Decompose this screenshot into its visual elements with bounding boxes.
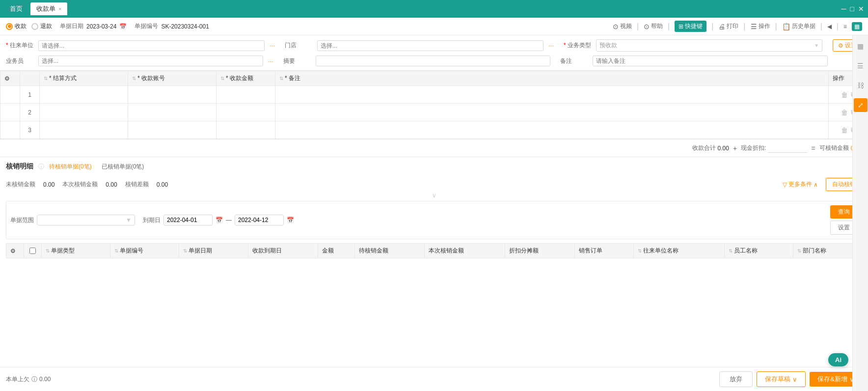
divider3: | [711, 22, 713, 31]
range-select[interactable]: ▼ [37, 215, 135, 225]
emp-sort[interactable]: ⇅ [729, 248, 732, 253]
counterparty-label: * 往来单位 [6, 41, 35, 50]
ops-action[interactable]: ☰ 操作 [751, 22, 770, 30]
ai-button[interactable]: Ai [828, 353, 848, 366]
date-to-icon[interactable]: 📅 [287, 217, 294, 223]
settlement-input-3[interactable] [40, 121, 128, 139]
footer-info-icon[interactable]: ⓘ [31, 375, 37, 384]
discount-input[interactable] [768, 143, 807, 153]
radio-shoukuan[interactable]: 收款 [6, 22, 27, 30]
salesperson-more-btn[interactable]: ··· [268, 57, 273, 65]
amount-input-2[interactable] [217, 104, 275, 121]
th-gear[interactable]: ⚙ [0, 71, 20, 86]
bn-sort[interactable]: ⇅ [114, 248, 118, 253]
remark-input-1[interactable] [275, 86, 828, 103]
pending-tab[interactable]: 待核销单据(0笔) [49, 163, 92, 171]
nav-prev[interactable]: ◀ [827, 23, 832, 30]
remark-input-2[interactable] [275, 104, 828, 121]
calendar-icon[interactable]: 📅 [119, 23, 127, 30]
biz-type-select[interactable]: 预收款 ▼ [596, 39, 822, 52]
window-max-btn[interactable]: □ [850, 5, 854, 13]
date-from-icon[interactable]: 📅 [216, 217, 223, 223]
delete-row-1-btn[interactable]: 🗑 [841, 91, 848, 99]
delete-row-2-btn[interactable]: 🗑 [841, 109, 848, 116]
settlement-input-1[interactable] [40, 86, 128, 103]
settlement-sort[interactable]: ⇅ [44, 76, 48, 81]
date-from-input[interactable] [163, 215, 213, 225]
account-input-2[interactable] [128, 104, 216, 121]
notes-input[interactable] [593, 56, 828, 66]
home-tab[interactable]: 首页 [4, 2, 28, 15]
remark-input[interactable] [316, 56, 551, 66]
account-input-3[interactable] [128, 121, 216, 139]
writeoff-info-icon[interactable]: ⓘ [38, 163, 44, 171]
total-item: 收款合计 0.00 [692, 144, 729, 152]
nav-list[interactable]: ≡ [843, 23, 847, 30]
video-action[interactable]: ⊙ 视频 [613, 22, 632, 30]
salesperson-label: 业务员 [6, 57, 35, 65]
abandon-btn[interactable]: 放弃 [719, 371, 753, 387]
more-conditions-btn[interactable]: ▽ 更多条件 ∧ [783, 180, 818, 189]
sidebar-table-icon[interactable]: ▦ [854, 39, 868, 53]
td-amount-3[interactable] [217, 121, 275, 139]
close-tab-icon[interactable]: × [58, 6, 61, 12]
td-account-1[interactable] [128, 86, 217, 104]
delete-row-3-btn[interactable]: 🗑 [841, 126, 848, 134]
counterparty-more-btn[interactable]: ··· [270, 42, 275, 49]
amount-input-1[interactable] [217, 86, 275, 103]
bth-gear[interactable]: ⚙ [6, 244, 24, 258]
active-tab[interactable]: 收款单 × [30, 2, 67, 15]
td-remark-2[interactable] [275, 104, 829, 121]
radio-shoukuan-circle [6, 23, 13, 30]
td-settlement-3[interactable] [40, 121, 128, 139]
store-input[interactable] [317, 40, 543, 51]
collapse-arrow[interactable]: ∨ [6, 192, 862, 199]
remark-sort[interactable]: ⇅ [279, 76, 283, 81]
td-account-3[interactable] [128, 121, 217, 139]
dept-sort[interactable]: ⇅ [797, 248, 801, 253]
account-input-1[interactable] [128, 86, 216, 103]
sidebar-expand-icon[interactable]: ⤢ [854, 98, 868, 112]
bill-no-value[interactable]: SK-20230324-001 [161, 23, 209, 30]
td-account-2[interactable] [128, 104, 217, 121]
store-more-btn[interactable]: ··· [548, 42, 554, 49]
video-label: 视频 [620, 22, 632, 30]
account-sort[interactable]: ⇅ [132, 76, 136, 81]
td-settlement-1[interactable] [40, 86, 128, 104]
window-min-btn[interactable]: ─ [841, 5, 846, 13]
shortcut-btn[interactable]: ⊞ 快捷键 [675, 21, 706, 32]
st-sort[interactable]: ⇅ [46, 248, 50, 253]
this-cancel-value: 0.00 [106, 181, 117, 188]
bill-date-value[interactable]: 2023-03-24 [86, 23, 116, 30]
td-settlement-2[interactable] [40, 104, 128, 121]
biz-type-value: 预收款 [599, 41, 814, 50]
td-amount-1[interactable] [217, 86, 275, 104]
print-action[interactable]: 🖨 打印 [718, 22, 738, 30]
remark-input-3[interactable] [275, 121, 828, 139]
counterparty-input[interactable] [38, 40, 265, 51]
history-action[interactable]: 📋 历史单据 [782, 22, 815, 30]
help-action[interactable]: ⊙ 帮助 [644, 22, 663, 30]
settlement-input-2[interactable] [40, 104, 128, 121]
done-tab[interactable]: 已核销单据(0笔) [102, 163, 144, 171]
select-all-checkbox[interactable] [29, 248, 36, 254]
bth-checkbox [24, 244, 42, 258]
td-remark-3[interactable] [275, 121, 829, 139]
uncancelled-value: 0.00 [43, 181, 54, 188]
ai-label: Ai [835, 356, 841, 363]
save-draft-btn[interactable]: 保存草稿 ∨ [757, 371, 806, 387]
td-amount-2[interactable] [217, 104, 275, 121]
cp-sort[interactable]: ⇅ [638, 248, 642, 253]
nav-grid[interactable]: ▦ [852, 22, 862, 31]
sidebar-link-icon[interactable]: ⛓ [854, 79, 868, 92]
window-close-btn[interactable]: ✕ [858, 5, 864, 13]
amount-input-3[interactable] [217, 121, 275, 139]
total-label: 收款合计 [692, 144, 716, 152]
radio-tuikuan[interactable]: 退款 [31, 22, 52, 30]
salesperson-input[interactable] [38, 56, 263, 66]
amount-sort[interactable]: ⇅ [220, 76, 224, 81]
sidebar-list-icon[interactable]: ☰ [854, 59, 868, 73]
bd-sort[interactable]: ⇅ [183, 248, 187, 253]
date-to-input[interactable] [235, 215, 284, 225]
td-remark-1[interactable] [275, 86, 829, 104]
